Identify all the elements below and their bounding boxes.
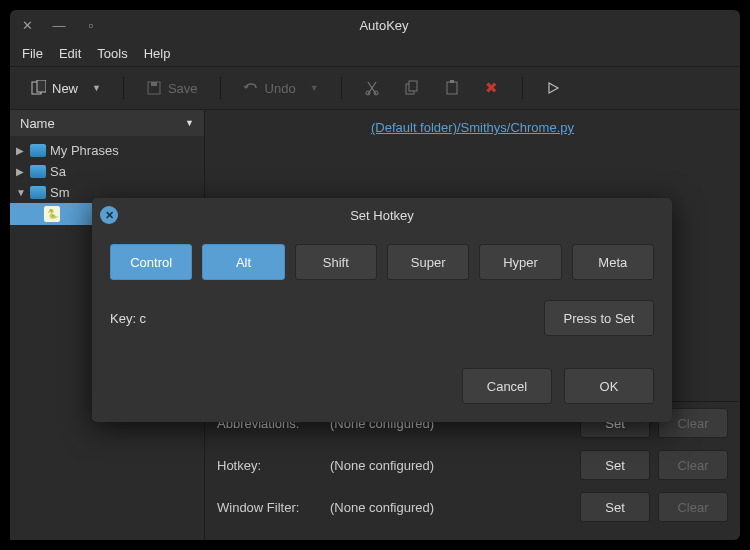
dialog-actions: Cancel OK — [92, 362, 672, 422]
cancel-button[interactable]: Cancel — [462, 368, 552, 404]
modifier-alt[interactable]: Alt — [202, 244, 284, 280]
dialog-body: Control Alt Shift Super Hyper Meta Key: … — [92, 232, 672, 362]
delete-icon: ✖ — [484, 80, 500, 96]
paste-icon — [444, 80, 460, 96]
sidebar-header[interactable]: Name ▼ — [10, 110, 204, 136]
folder-icon — [30, 165, 46, 178]
menu-help[interactable]: Help — [144, 46, 171, 61]
tree-item-sa[interactable]: ▶ Sa — [10, 161, 204, 182]
tree-item-my-phrases[interactable]: ▶ My Phrases — [10, 140, 204, 161]
separator — [220, 77, 221, 99]
undo-label: Undo — [265, 81, 296, 96]
undo-icon — [243, 80, 259, 96]
menubar: File Edit Tools Help — [10, 40, 740, 66]
modifier-shift[interactable]: Shift — [295, 244, 377, 280]
svg-rect-8 — [447, 82, 457, 94]
folder-icon — [30, 144, 46, 157]
prop-window-filter: Window Filter: (None configured) Set Cle… — [217, 486, 728, 528]
caret-right-icon: ▶ — [16, 166, 26, 177]
svg-rect-1 — [37, 80, 46, 92]
modifier-control[interactable]: Control — [110, 244, 192, 280]
new-icon — [30, 80, 46, 96]
minimize-icon[interactable]: — — [52, 18, 66, 32]
modifier-hyper[interactable]: Hyper — [479, 244, 561, 280]
chevron-down-icon: ▼ — [92, 83, 101, 93]
run-button[interactable] — [537, 74, 569, 102]
save-icon — [146, 80, 162, 96]
menu-tools[interactable]: Tools — [97, 46, 127, 61]
key-row: Key: c Press to Set — [110, 300, 654, 336]
separator — [522, 77, 523, 99]
menu-file[interactable]: File — [22, 46, 43, 61]
svg-rect-7 — [409, 81, 417, 91]
close-icon[interactable]: ✕ — [100, 206, 118, 224]
maximize-icon[interactable]: ▫ — [84, 18, 98, 32]
press-to-set-button[interactable]: Press to Set — [544, 300, 654, 336]
save-label: Save — [168, 81, 198, 96]
undo-button[interactable]: Undo ▼ — [235, 74, 327, 102]
save-button[interactable]: Save — [138, 74, 206, 102]
breadcrumb-link[interactable]: (Default folder)/Smithys/Chrome.py — [371, 120, 574, 135]
prop-value: (None configured) — [330, 458, 572, 473]
set-button[interactable]: Set — [580, 492, 650, 522]
modifier-super[interactable]: Super — [387, 244, 469, 280]
key-label: Key: c — [110, 311, 146, 326]
separator — [341, 77, 342, 99]
cut-icon — [364, 80, 380, 96]
set-hotkey-dialog: ✕ Set Hotkey Control Alt Shift Super Hyp… — [92, 198, 672, 422]
modifier-meta[interactable]: Meta — [572, 244, 654, 280]
sidebar-header-label: Name — [20, 116, 55, 131]
prop-label: Window Filter: — [217, 500, 322, 515]
separator — [123, 77, 124, 99]
delete-button[interactable]: ✖ — [476, 74, 508, 102]
modifier-row: Control Alt Shift Super Hyper Meta — [110, 244, 654, 280]
folder-icon — [30, 186, 46, 199]
new-label: New — [52, 81, 78, 96]
prop-label: Hotkey: — [217, 458, 322, 473]
python-icon: 🐍 — [44, 206, 60, 222]
chevron-down-icon: ▼ — [310, 83, 319, 93]
set-button[interactable]: Set — [580, 450, 650, 480]
tree-label: Sm — [50, 185, 70, 200]
caret-down-icon: ▼ — [16, 187, 26, 198]
new-button[interactable]: New ▼ — [22, 74, 109, 102]
prop-hotkey: Hotkey: (None configured) Set Clear — [217, 444, 728, 486]
chevron-down-icon: ▼ — [185, 118, 194, 128]
paste-button[interactable] — [436, 74, 468, 102]
svg-rect-3 — [151, 82, 157, 86]
copy-icon — [404, 80, 420, 96]
window-title: AutoKey — [98, 18, 670, 33]
copy-button[interactable] — [396, 74, 428, 102]
tree-label: My Phrases — [50, 143, 119, 158]
prop-value: (None configured) — [330, 500, 572, 515]
tree-label: Sa — [50, 164, 66, 179]
play-icon — [545, 80, 561, 96]
clear-button[interactable]: Clear — [658, 492, 728, 522]
menu-edit[interactable]: Edit — [59, 46, 81, 61]
caret-right-icon: ▶ — [16, 145, 26, 156]
titlebar: ✕ — ▫ AutoKey — [10, 10, 740, 40]
clear-button[interactable]: Clear — [658, 450, 728, 480]
ok-button[interactable]: OK — [564, 368, 654, 404]
toolbar: New ▼ Save Undo ▼ — [10, 66, 740, 110]
dialog-titlebar: ✕ Set Hotkey — [92, 198, 672, 232]
svg-rect-9 — [450, 80, 454, 83]
breadcrumb: (Default folder)/Smithys/Chrome.py — [205, 110, 740, 145]
dialog-title: Set Hotkey — [92, 208, 672, 223]
close-icon[interactable]: ✕ — [20, 18, 34, 32]
cut-button[interactable] — [356, 74, 388, 102]
